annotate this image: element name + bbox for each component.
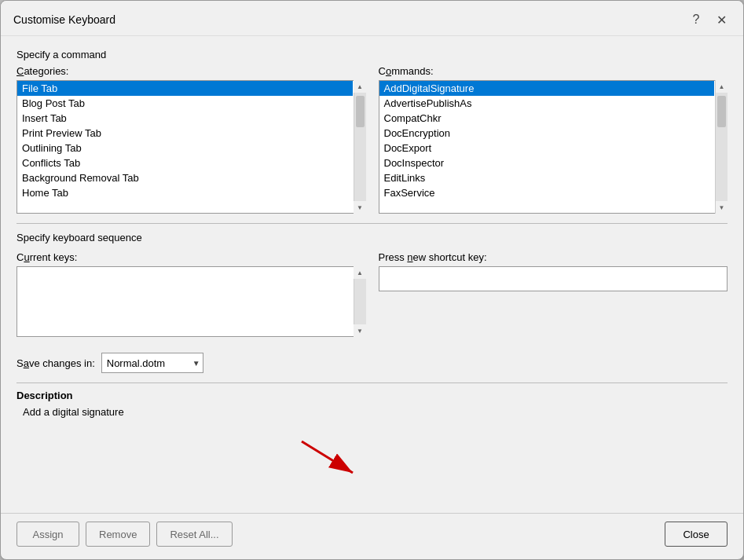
new-shortcut-col: Press new shortcut key:: [379, 251, 728, 291]
specify-command-section: Specify a command Categories: File Tab B…: [16, 49, 728, 214]
list-item[interactable]: Blog Post Tab: [17, 96, 353, 111]
categories-commands-row: Categories: File Tab Blog Post Tab Inser…: [16, 65, 728, 214]
assign-button[interactable]: Assign: [16, 522, 79, 547]
save-changes-select[interactable]: Normal.dotm This document: [101, 353, 203, 373]
remove-button[interactable]: Remove: [86, 522, 150, 547]
list-item[interactable]: FaxService: [379, 185, 715, 200]
scrollbar-track: [354, 93, 366, 201]
help-button[interactable]: ?: [687, 10, 706, 29]
scroll-up-arrow[interactable]: ▲: [354, 80, 366, 93]
list-item[interactable]: Home Tab: [17, 185, 353, 200]
commands-label: Commands:: [379, 65, 728, 77]
list-item[interactable]: Outlining Tab: [17, 141, 353, 156]
title-bar: Customise Keyboard ? ✕: [1, 1, 743, 36]
commands-col: Commands: AddDigitalSignature AdvertiseP…: [379, 65, 728, 214]
categories-listbox-wrapper: File Tab Blog Post Tab Insert Tab Print …: [16, 80, 366, 214]
categories-listbox[interactable]: File Tab Blog Post Tab Insert Tab Print …: [16, 80, 366, 214]
dialog-title: Customise Keyboard: [13, 13, 115, 26]
current-keys-col: Current keys: ▲ ▼: [16, 251, 366, 337]
current-keys-listbox[interactable]: [16, 266, 366, 337]
close-button[interactable]: Close: [665, 522, 728, 547]
footer-left-buttons: Assign Remove Reset All...: [16, 522, 233, 547]
categories-label: Categories:: [16, 65, 366, 77]
list-item[interactable]: EditLinks: [379, 170, 715, 185]
specify-command-label: Specify a command: [16, 49, 728, 60]
scroll-down-arrow[interactable]: ▼: [354, 201, 366, 214]
commands-listbox[interactable]: AddDigitalSignature AdvertisePublishAs C…: [379, 80, 728, 214]
list-item[interactable]: Background Removal Tab: [17, 170, 353, 185]
arrow-container: [16, 434, 728, 481]
save-changes-label: Save changes in:: [16, 357, 95, 369]
current-keys-wrapper: ▲ ▼: [16, 266, 366, 337]
list-item[interactable]: DocEncryption: [379, 126, 715, 141]
list-item[interactable]: DocInspector: [379, 156, 715, 170]
customize-keyboard-dialog: Customise Keyboard ? ✕ Specify a command…: [0, 0, 744, 560]
list-item[interactable]: CompatChkr: [379, 111, 715, 126]
scroll-up-arrow[interactable]: ▲: [354, 266, 366, 279]
keyboard-sequence-section: Specify keyboard sequence Current keys: …: [16, 223, 728, 337]
description-section: Description Add a digital signature: [16, 382, 728, 419]
scrollbar-thumb[interactable]: [717, 96, 726, 127]
keyboard-row: Current keys: ▲ ▼: [16, 251, 728, 337]
list-item[interactable]: DocExport: [379, 141, 715, 156]
description-label: Description: [16, 390, 728, 401]
keyboard-sequence-label: Specify keyboard sequence: [16, 232, 728, 243]
current-keys-scrollbar: ▲ ▼: [354, 266, 366, 337]
commands-listbox-wrapper: AddDigitalSignature AdvertisePublishAs C…: [379, 80, 728, 214]
title-bar-controls: ? ✕: [687, 10, 731, 29]
current-keys-label: Current keys:: [16, 251, 366, 263]
footer-buttons: Assign Remove Reset All... Close: [1, 513, 743, 559]
new-shortcut-label: Press new shortcut key:: [379, 251, 728, 263]
dialog-body: Specify a command Categories: File Tab B…: [1, 36, 743, 513]
save-changes-select-wrapper: Normal.dotm This document ▼: [101, 353, 203, 373]
commands-scrollbar[interactable]: ▲ ▼: [715, 80, 728, 214]
new-shortcut-input[interactable]: [379, 266, 728, 291]
scrollbar-thumb[interactable]: [356, 96, 365, 127]
list-item[interactable]: AddDigitalSignature: [379, 81, 715, 96]
description-text: Add a digital signature: [16, 404, 728, 419]
categories-col: Categories: File Tab Blog Post Tab Inser…: [16, 65, 366, 214]
categories-scrollbar[interactable]: ▲ ▼: [354, 80, 366, 214]
list-item[interactable]: Conflicts Tab: [17, 156, 353, 170]
list-item[interactable]: File Tab: [17, 81, 353, 96]
reset-all-button[interactable]: Reset All...: [156, 522, 232, 547]
red-arrow-icon: [286, 434, 380, 481]
list-item[interactable]: Insert Tab: [17, 111, 353, 126]
close-title-button[interactable]: ✕: [712, 10, 731, 29]
list-item[interactable]: Print Preview Tab: [17, 126, 353, 141]
svg-line-1: [302, 441, 353, 473]
scroll-up-arrow[interactable]: ▲: [716, 80, 728, 93]
scrollbar-track: [354, 279, 366, 324]
scrollbar-track: [716, 93, 728, 201]
scroll-down-arrow[interactable]: ▼: [716, 201, 728, 214]
list-item[interactable]: AdvertisePublishAs: [379, 96, 715, 111]
save-changes-row: Save changes in: Normal.dotm This docume…: [16, 353, 728, 373]
scroll-down-arrow[interactable]: ▼: [354, 324, 366, 337]
